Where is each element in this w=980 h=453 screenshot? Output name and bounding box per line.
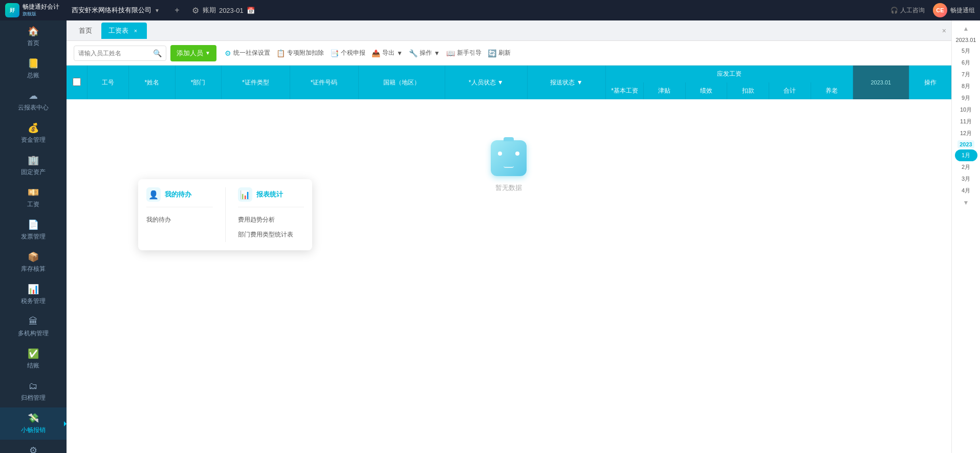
guide-btn[interactable]: 📖 新手引导 (446, 49, 482, 57)
guide-label: 新手引导 (457, 49, 482, 57)
sidebar-cloud-report-label: 云报表中心 (18, 103, 49, 112)
timeline-month-8[interactable]: 8月 (955, 80, 977, 92)
timeline-month-5[interactable]: 5月 (955, 45, 977, 57)
th-checkbox-cell (67, 66, 87, 99)
sidebar-item-fixed-assets[interactable]: 🏢 固定资产 (0, 149, 67, 182)
refresh-btn[interactable]: 🔄 刷新 (488, 49, 511, 57)
timeline-month-2023-3[interactable]: 3月 (955, 173, 977, 185)
operation-arrow-icon: ▼ (434, 50, 440, 57)
select-all-checkbox[interactable] (73, 78, 81, 86)
logo-sub: 旗舰版 (23, 11, 59, 17)
tab-bar-right: × (942, 27, 946, 35)
popup-col-report: 📊 报表统计 费用趋势分析 部门费用类型统计表 (238, 187, 304, 242)
timeline-month-9[interactable]: 9月 (955, 92, 977, 104)
search-input[interactable] (78, 50, 150, 57)
sidebar-item-cloud-report[interactable]: ☁ 云报表中心 (0, 85, 67, 117)
sidebar-item-settle[interactable]: ✅ 结账 (0, 343, 67, 375)
popup-divider (225, 187, 226, 242)
th-deduction: 扣款 (727, 82, 769, 99)
special-deduction-icon: 📋 (276, 49, 285, 57)
timeline-month-11[interactable]: 11月 (955, 116, 977, 127)
th-allowance: 津贴 (643, 82, 685, 99)
sidebar-item-salary[interactable]: 💴 工资 (0, 182, 67, 214)
home-icon: 🏠 (28, 26, 39, 37)
sidebar-multi-org-label: 多机构管理 (18, 329, 49, 338)
sidebar-item-tax[interactable]: 📊 税务管理 (0, 278, 67, 311)
tab-salary-sheet[interactable]: 工资表 × (101, 23, 147, 39)
sidebar-fund-label: 资金管理 (21, 136, 46, 144)
sidebar-archive-label: 归档管理 (21, 394, 46, 402)
tab-close-button[interactable]: × (132, 27, 140, 35)
salary-icon: 💴 (28, 187, 39, 198)
sidebar-salary-label: 工资 (27, 200, 39, 209)
sidebar-item-expense[interactable]: 💸 小畅报销 (0, 407, 67, 440)
table-wrap: 工号 *姓名 *部门 *证件类型 *证件号码 国籍（地区） *人员状态 ▼ 报送… (67, 66, 951, 453)
social-insurance-btn[interactable]: ⚙ 统一社保设置 (225, 49, 270, 57)
add-person-label: 添加人员 (177, 49, 203, 58)
service-label: 人工咨询 (900, 6, 925, 15)
timeline-month-2023-4[interactable]: 4月 (955, 185, 977, 197)
timeline-month-2023-1[interactable]: 1月 (955, 149, 977, 161)
sidebar-item-multi-org[interactable]: 🏛 多机构管理 (0, 311, 67, 343)
th-group-salary: 应发工资 (606, 66, 853, 82)
search-icon[interactable]: 🔍 (153, 49, 162, 57)
popup-menu-item-my-todo[interactable]: 我的待办 (146, 212, 213, 227)
add-person-button[interactable]: 添加人员 ▼ (170, 45, 216, 61)
sidebar-item-invoice[interactable]: 📄 发票管理 (0, 214, 67, 246)
sidebar-item-inventory[interactable]: 📦 库存核算 (0, 246, 67, 278)
settings-button[interactable]: ⚙ (188, 3, 203, 17)
tab-home-label: 首页 (79, 26, 92, 35)
sidebar-item-settings[interactable]: ⚙ 基础设置 (0, 440, 67, 453)
th-nationality: 国籍（地区） (358, 66, 445, 99)
export-label: 导出 (382, 49, 395, 57)
timeline-month-6[interactable]: 6月 (955, 57, 977, 69)
popup-menu: 👤 我的待办 我的待办 📊 报表统计 费用趋势分析 部门费用类型统计表 (138, 179, 312, 250)
header-right: 🎧 人工咨询 CE 畅捷通组 (890, 3, 975, 17)
add-button[interactable]: + (170, 3, 184, 17)
fund-icon: 💰 (28, 122, 39, 134)
popup-col-report-header: 📊 报表统计 (238, 187, 304, 207)
tab-bar: 首页 工资表 × × (67, 20, 951, 41)
top-header: 好 畅捷通好会计 旗舰版 西安虾米网络科技有限公司 ▼ + ⚙ 账期 2023-… (0, 0, 980, 20)
th-total: 合计 (769, 82, 811, 99)
timeline-year-label: 2023.01 (954, 36, 978, 44)
robot-eye-left (498, 152, 502, 156)
tax-report-btn[interactable]: 📑 个税申报 (330, 49, 365, 57)
calendar-icon[interactable]: 📅 (247, 7, 255, 14)
popup-menu-item-cost-trend[interactable]: 费用趋势分析 (238, 212, 304, 227)
avatar-area[interactable]: CE 畅捷通组 (933, 3, 975, 17)
company-selector[interactable]: 西安虾米网络科技有限公司 ▼ (67, 6, 165, 15)
popup-col-todo-header: 👤 我的待办 (146, 187, 213, 207)
special-deduction-btn[interactable]: 📋 专项附加扣除 (276, 49, 324, 57)
timeline-month-10[interactable]: 10月 (955, 104, 977, 116)
operation-btn[interactable]: 🔧 操作 ▼ (409, 49, 440, 57)
th-id-number: *证件号码 (290, 66, 358, 99)
logo-text: 畅捷通好会计 (23, 3, 59, 10)
tab-bar-close-btn[interactable]: × (942, 27, 946, 35)
company-dropdown-arrow: ▼ (155, 8, 160, 13)
search-input-wrap: 🔍 (74, 46, 166, 61)
popup-menu-row: 👤 我的待办 我的待办 📊 报表统计 费用趋势分析 部门费用类型统计表 (146, 187, 304, 242)
timeline-month-2023-2[interactable]: 2月 (955, 161, 977, 173)
inventory-icon: 📦 (28, 251, 39, 263)
timeline-month-12[interactable]: 12月 (955, 127, 977, 139)
export-btn[interactable]: 📤 导出 ▼ (372, 49, 403, 57)
sidebar-item-archive[interactable]: 🗂 归档管理 (0, 375, 67, 407)
robot-eye-right (515, 152, 519, 156)
sidebar-item-ledger[interactable]: 📒 总账 (0, 53, 67, 85)
th-year-col: 2023.01 (853, 66, 909, 99)
timeline-month-7[interactable]: 7月 (955, 69, 977, 80)
popup-menu-item-dept-cost[interactable]: 部门费用类型统计表 (238, 227, 304, 242)
timeline-nav-up[interactable]: ▲ (960, 23, 972, 35)
fixed-assets-icon: 🏢 (28, 155, 39, 166)
archive-icon: 🗂 (28, 380, 39, 392)
sidebar-item-home[interactable]: 🏠 首页 (0, 20, 67, 53)
logo-icon: 好 (5, 3, 19, 17)
sidebar-item-fund[interactable]: 💰 资金管理 (0, 117, 67, 149)
service-button[interactable]: 🎧 人工咨询 (890, 6, 925, 15)
cloud-report-icon: ☁ (28, 90, 39, 101)
tab-home[interactable]: 首页 (72, 23, 99, 39)
popup-report-icon: 📊 (238, 187, 252, 202)
timeline-nav-down[interactable]: ▼ (960, 197, 972, 209)
main-layout: 🏠 首页 📒 总账 ☁ 云报表中心 💰 资金管理 🏢 固定资产 💴 工资 📄 发… (0, 20, 980, 453)
